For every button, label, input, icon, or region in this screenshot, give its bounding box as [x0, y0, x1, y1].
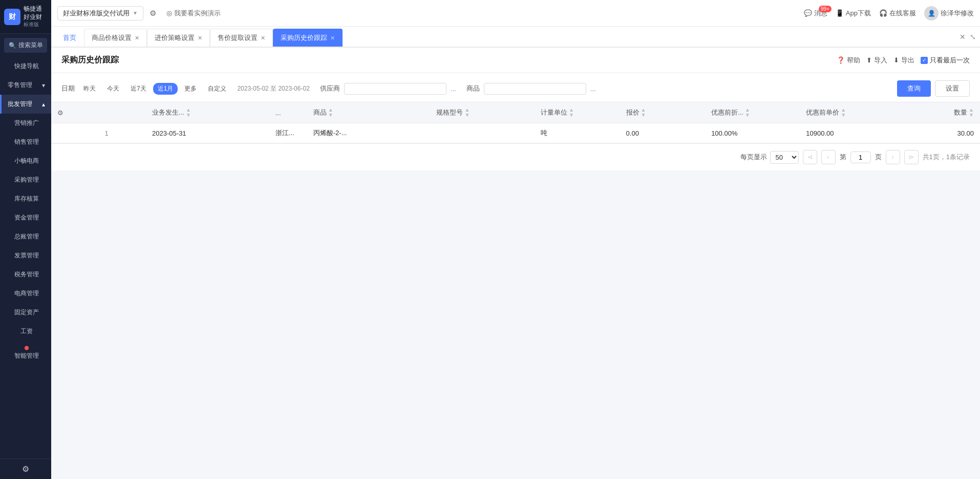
product-ellipsis[interactable]: ...: [590, 85, 596, 93]
sidebar-item-purchase[interactable]: 采购管理: [0, 170, 51, 189]
date-last1m-btn[interactable]: 近1月: [153, 83, 178, 95]
col-discount-label: 优惠前折...: [711, 108, 743, 117]
cell-unit-price: 10900.00: [800, 123, 904, 143]
chevron-up-icon: ▴: [42, 101, 45, 108]
app-download-button[interactable]: 📱 App下载: [836, 9, 871, 18]
col-unit[interactable]: 计量单位 ▲▼: [535, 102, 620, 123]
settings-button[interactable]: 设置: [935, 80, 970, 97]
app-name: 畅捷通好业财: [24, 5, 47, 21]
tab-price-close-icon[interactable]: ✕: [135, 35, 139, 41]
topbar-settings-icon[interactable]: ⚙: [150, 9, 156, 18]
demo-icon: ◎: [166, 9, 172, 17]
sidebar-settings[interactable]: ⚙: [0, 459, 51, 479]
sidebar-item-ecommerce[interactable]: 电商管理: [0, 284, 51, 303]
col-unit-price[interactable]: 优惠前单价 ▲▼: [800, 102, 904, 123]
col-product-label: 商品: [313, 108, 327, 117]
sidebar-item-invoice[interactable]: 发票管理: [0, 246, 51, 265]
tab-purchase-history[interactable]: 采购历史价跟踪 ✕: [273, 29, 343, 47]
col-dots[interactable]: ...: [269, 102, 307, 123]
panel-close-button[interactable]: ✕: [960, 33, 966, 41]
help-button[interactable]: ❓ 帮助: [837, 56, 860, 65]
date-more-btn[interactable]: 更多: [180, 83, 201, 95]
cell-spec: [430, 123, 535, 143]
product-input-wrap[interactable]: [484, 83, 586, 95]
smart-label: 智能管理: [14, 352, 39, 360]
col-discount[interactable]: 优惠前折... ▲▼: [705, 102, 800, 123]
tab-strategy-label: 进价策略设置: [155, 33, 195, 42]
sidebar-item-tax[interactable]: 税务管理: [0, 265, 51, 284]
date-yesterday-btn[interactable]: 昨天: [79, 83, 100, 95]
panel-expand-button[interactable]: ⤡: [970, 33, 976, 41]
sidebar-item-wholesale[interactable]: 批发管理 ▴: [0, 95, 51, 114]
tab-price-settings[interactable]: 商品价格设置 ✕: [84, 29, 147, 47]
page-header: 采购历史价跟踪 ❓ 帮助 ⬆ 导入 ⬇ 导出 只看最后一次: [51, 48, 980, 73]
topbar: 好业财标准版交付试用 ▼ ⚙ ◎ 我要看实例演示 💬 消息 99+ 📱 App下…: [51, 0, 980, 27]
query-button[interactable]: 查询: [897, 80, 931, 97]
page-size-select[interactable]: 20 50 100: [770, 151, 799, 164]
sidebar-item-smart[interactable]: 智能管理: [0, 341, 51, 365]
tab-purchase-strategy[interactable]: 进价策略设置 ✕: [147, 29, 210, 47]
supplier-filter-label: 供应商: [320, 84, 340, 93]
supplier-input[interactable]: [349, 85, 442, 93]
tab-sale-price[interactable]: 售价提取设置 ✕: [210, 29, 273, 47]
app-label: App下载: [846, 9, 871, 18]
product-input[interactable]: [488, 85, 582, 93]
row-price: 0.00: [626, 129, 639, 137]
supplier-ellipsis[interactable]: ...: [451, 85, 456, 93]
sidebar-item-retail[interactable]: 零售管理 ▾: [0, 76, 51, 95]
col-date[interactable]: 业务发生... ▲▼: [146, 102, 269, 123]
sidebar-item-ecommerce-small[interactable]: 小畅电商: [0, 151, 51, 170]
sidebar-item-inventory[interactable]: 库存核算: [0, 189, 51, 208]
tab-price-label: 商品价格设置: [92, 33, 132, 42]
date-today-btn[interactable]: 今天: [102, 83, 124, 95]
col-qty[interactable]: 数量 ▲▼: [904, 102, 980, 123]
import-button[interactable]: ⬆ 导入: [866, 56, 887, 65]
logo-icon: 财: [4, 9, 20, 25]
last-page-button[interactable]: ⊳: [904, 150, 919, 164]
online-service-button[interactable]: 🎧 在线客服: [879, 9, 916, 18]
sidebar-item-marketing[interactable]: 营销推广: [0, 114, 51, 133]
settings-icon[interactable]: ⚙: [22, 465, 29, 473]
help-icon: ❓: [837, 56, 845, 64]
tab-home[interactable]: 首页: [55, 29, 84, 47]
col-dots-label: ...: [275, 109, 281, 117]
sidebar-item-payroll[interactable]: 工资: [0, 322, 51, 341]
sidebar-item-general-ledger[interactable]: 总账管理: [0, 227, 51, 246]
sidebar-item-sales[interactable]: 销售管理: [0, 133, 51, 151]
topbar-actions: 💬 消息 99+ 📱 App下载 🎧 在线客服 👤 徐泽华修改: [804, 6, 974, 20]
col-settings[interactable]: ⚙: [51, 102, 99, 123]
sidebar-item-quick-nav[interactable]: 快捷导航: [0, 57, 51, 76]
sidebar-item-fixed-assets[interactable]: 固定资产: [0, 303, 51, 322]
demo-link[interactable]: ◎ 我要看实例演示: [166, 9, 221, 18]
prev-page-button[interactable]: ‹: [821, 150, 836, 164]
tab-strategy-close-icon[interactable]: ✕: [198, 35, 202, 41]
page-number-input[interactable]: [850, 151, 871, 163]
col-spec[interactable]: 规格型号 ▲▼: [430, 102, 535, 123]
company-selector[interactable]: 好业财标准版交付试用 ▼: [57, 6, 143, 20]
tab-history-close-icon[interactable]: ✕: [330, 35, 335, 41]
col-price[interactable]: 报价 ▲▼: [620, 102, 706, 123]
user-menu[interactable]: 👤 徐泽华修改: [924, 6, 974, 20]
messages-button[interactable]: 💬 消息 99+: [804, 9, 827, 18]
supplier-input-wrap[interactable]: [344, 83, 446, 95]
row-unit: 吨: [541, 129, 547, 137]
cell-price: 0.00: [620, 123, 706, 143]
first-page-button[interactable]: ⊲: [803, 150, 817, 164]
marketing-label: 营销推广: [14, 119, 39, 127]
page-size-wrap: 每页显示 20 50 100: [740, 151, 799, 164]
sidebar-search-area[interactable]: 🔍 搜索菜单: [0, 34, 51, 57]
next-page-button[interactable]: ›: [886, 150, 900, 164]
tab-history-label: 采购历史价跟踪: [281, 33, 327, 42]
sidebar-item-finance[interactable]: 资金管理: [0, 208, 51, 227]
tab-saleprice-close-icon[interactable]: ✕: [261, 35, 265, 41]
only-last-checkbox[interactable]: [921, 57, 928, 64]
search-menu-button[interactable]: 🔍 搜索菜单: [4, 38, 47, 53]
only-last-checkbox-wrap[interactable]: 只看最后一次: [921, 56, 970, 65]
col-product[interactable]: 商品 ▲▼: [307, 102, 431, 123]
app-icon: 📱: [836, 9, 844, 17]
date-last7-btn[interactable]: 近7天: [126, 83, 151, 95]
row-unit-price: 10900.00: [806, 129, 834, 137]
column-settings-icon[interactable]: ⚙: [57, 109, 63, 117]
date-custom-btn[interactable]: 自定义: [203, 83, 231, 95]
export-button[interactable]: ⬇ 导出: [893, 56, 914, 65]
